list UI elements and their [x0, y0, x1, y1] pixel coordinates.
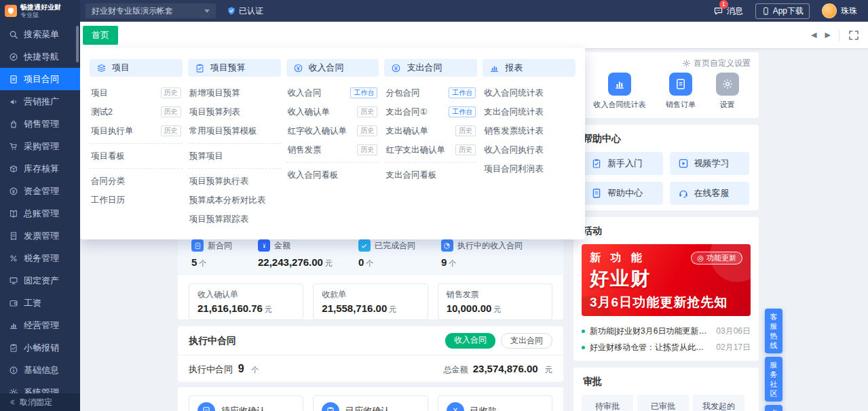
news-item[interactable]: 新功能|好业财3月6日功能更新抢先知03月06日: [582, 323, 751, 339]
menu-item-budget-tracking-report[interactable]: 项目预算跟踪表: [188, 210, 281, 229]
executing-count-label: 执行中合同: [189, 364, 233, 374]
account-select[interactable]: 好业财专业版演示帐套: [86, 3, 216, 18]
menu-item-contract-category[interactable]: 合同分类: [90, 172, 183, 191]
menu-item-expense-contract-board[interactable]: 支出合同看板: [384, 165, 477, 184]
receivable-box-pending-receivable-confirm[interactable]: 待应收确认: [189, 395, 303, 411]
help-item-getting-started[interactable]: 新手入门: [583, 152, 663, 175]
app-download-button[interactable]: App下载: [755, 3, 810, 19]
shortcut-sales-order[interactable]: 销售订单: [666, 73, 696, 110]
sidebar-item-project-contract[interactable]: 项目合同: [0, 68, 80, 90]
menu-item-red-expense-confirm[interactable]: 红字支出确认单历史: [384, 140, 477, 159]
sidebar-item-label: 系统管理: [24, 387, 59, 394]
sidebar-item-label: 税务管理: [24, 252, 59, 265]
amount-box-income-confirm[interactable]: 收入确认单21,616,160.76元: [189, 283, 303, 320]
tab-scroll-left-icon[interactable]: ◀: [811, 31, 816, 39]
receivable-box-confirmed-receivable[interactable]: 已应收确认: [313, 395, 428, 411]
sidebar-item-search-menu[interactable]: 搜索菜单: [0, 23, 80, 45]
floating-tab-1[interactable]: 服务社区: [765, 357, 782, 402]
unpin-sidebar-button[interactable]: 取消固定: [0, 393, 80, 411]
receivable-box-received-payment[interactable]: 已收款: [438, 395, 552, 411]
customize-label: 首页自定义设置: [694, 58, 751, 69]
floating-tab-0[interactable]: 客服热线: [765, 309, 782, 353]
stat-label: 金额: [274, 240, 290, 252]
sidebar-item-general-ledger[interactable]: 总账管理: [0, 202, 80, 224]
menu-item-red-income-confirm[interactable]: 红字收入确认单历史: [286, 121, 379, 140]
sidebar-item-sales-mgmt[interactable]: 销售管理: [0, 113, 80, 135]
menu-item-expense-confirm[interactable]: 支出确认单历史: [384, 121, 477, 140]
menu-item-project-exec-order[interactable]: 项目执行单历史: [90, 121, 183, 140]
menu-item-project[interactable]: 项目历史: [90, 83, 183, 102]
sidebar-item-inventory-accounting[interactable]: 库存核算: [0, 157, 80, 180]
promo-banner[interactable]: 新 功 能 ◎ 功能更新 好业财 3月6日功能更新抢先知: [582, 244, 751, 316]
tab-scroll-right-icon[interactable]: ▶: [825, 31, 831, 39]
divider: [188, 143, 281, 144]
menu-item-budget-execution-report[interactable]: 项目预算执行表: [188, 172, 281, 191]
menu-item-label: 支出合同①: [385, 106, 427, 118]
activity-card: 活动 新 功 能 ◎ 功能更新 好业财 3月6日功能更新抢先知 新功能|好业财3…: [573, 217, 759, 361]
help-item-help-center[interactable]: 帮助中心: [583, 182, 663, 205]
menu-item-common-budget-template[interactable]: 常用项目预算模板: [188, 121, 281, 140]
menu-item-project-contract-profit[interactable]: 项目合同利润表: [483, 159, 575, 178]
menu-item-work-calendar[interactable]: 工作日历: [90, 191, 183, 210]
menu-item-income-contract[interactable]: 收入合同工作台: [286, 83, 379, 102]
help-item-online-service[interactable]: 在线客服: [670, 182, 750, 205]
menu-item-project-budget-list[interactable]: 项目预算列表: [188, 102, 281, 121]
menu-item-budget-project[interactable]: 预算项目: [188, 146, 281, 165]
sidebar-item-invoice-mgmt[interactable]: 发票管理: [0, 224, 80, 247]
tab-controls: ◀ ▶: [811, 29, 860, 41]
sidebar-item-payroll[interactable]: 工资: [0, 292, 80, 314]
sidebar-item-fixed-assets[interactable]: 固定资产: [0, 269, 80, 292]
menu-item-expense-contract[interactable]: 支出合同①工作台: [384, 102, 477, 121]
menu-item-budget-cost-analysis[interactable]: 预算成本分析对比表: [188, 191, 281, 210]
sidebar-item-quick-nav[interactable]: 快捷导航: [0, 45, 80, 68]
menu-item-label: 项目预算执行表: [189, 176, 249, 187]
amount-box-receipt-order[interactable]: 收款单21,558,716.00元: [313, 283, 428, 320]
help-item-video-learning[interactable]: 视频学习: [670, 152, 750, 175]
income-contract-pill[interactable]: 收入合同: [445, 333, 495, 349]
menu-item-test2[interactable]: 测试2历史: [90, 102, 183, 121]
news-item[interactable]: 好业财移动仓管：让拣货从此刻轻松02月17日: [582, 339, 751, 355]
sidebar-item-tax-mgmt[interactable]: 税务管理: [0, 247, 80, 269]
sidebar-item-marketing[interactable]: 营销推广: [0, 90, 80, 113]
floating-tab-2[interactable]: 桌面快捷: [765, 405, 782, 411]
menu-column-header-project-budget: 项目预算: [188, 59, 281, 77]
contract-type-toggle: 收入合同 支出合同: [445, 333, 552, 349]
sidebar-item-funds-mgmt[interactable]: 资金管理: [0, 180, 80, 202]
menu-item-new-project-budget[interactable]: 新增项目预算: [188, 83, 281, 102]
sidebar-item-business-mgmt[interactable]: 经营管理: [0, 314, 80, 336]
menu-item-income-contract-stats[interactable]: 收入合同统计表: [483, 83, 575, 102]
tab-home[interactable]: 首页: [83, 26, 118, 45]
menu-item-income-confirm[interactable]: 收入确认单历史: [286, 102, 379, 121]
expense-contract-pill[interactable]: 支出合同: [501, 333, 552, 349]
shortcut-settings[interactable]: 设置: [716, 73, 739, 110]
menu-item-income-contract-execution[interactable]: 收入合同执行表: [483, 140, 575, 159]
sidebar-scrollbar[interactable]: [76, 26, 79, 62]
news-text: 新功能|好业财3月6日功能更新抢先知: [590, 326, 711, 337]
divider: [188, 168, 281, 169]
amount-box-sales-invoice[interactable]: 销售发票10,000.00元: [438, 283, 552, 320]
customize-settings-button[interactable]: 首页自定义设置: [573, 52, 759, 69]
approval-tab-1[interactable]: 已审批: [637, 395, 689, 411]
news-date: 02月17日: [716, 342, 751, 353]
menu-item-project-board[interactable]: 项目看板: [90, 146, 183, 165]
approval-tab-0[interactable]: 待审批: [582, 395, 633, 411]
menu-item-subcontract[interactable]: 分包合同工作台: [384, 83, 477, 102]
messages-button[interactable]: 1 消息: [713, 5, 743, 17]
menu-item-expense-contract-stats[interactable]: 支出合同统计表: [483, 102, 575, 121]
menu-item-sales-invoice-stats[interactable]: 销售发票统计表: [483, 121, 575, 140]
stat-label: 执行中的收入合同: [457, 240, 523, 252]
fullscreen-icon[interactable]: [848, 29, 860, 41]
doc-icon: [9, 75, 18, 84]
sidebar-item-expense-claim[interactable]: 小畅报销: [0, 336, 80, 359]
menu-item-label: 收入合同看板: [288, 170, 339, 181]
user-menu[interactable]: 珠珠: [822, 3, 857, 18]
menu-item-income-contract-board[interactable]: 收入合同看板: [286, 165, 379, 184]
sidebar-item-basic-info[interactable]: 基础信息: [0, 359, 80, 381]
sidebar-item-system-mgmt[interactable]: 系统管理: [0, 381, 80, 393]
banner-update-badge[interactable]: ◎ 功能更新: [691, 252, 742, 265]
approval-tab-2[interactable]: 我发起的: [693, 395, 744, 411]
menu-item-sales-invoice[interactable]: 销售发票历史: [286, 140, 379, 159]
shortcut-income-contract-stats[interactable]: 收入合同统计表: [594, 73, 646, 110]
sidebar-item-purchase-mgmt[interactable]: 采购管理: [0, 135, 80, 157]
verified-badge[interactable]: 已认证: [227, 5, 263, 17]
